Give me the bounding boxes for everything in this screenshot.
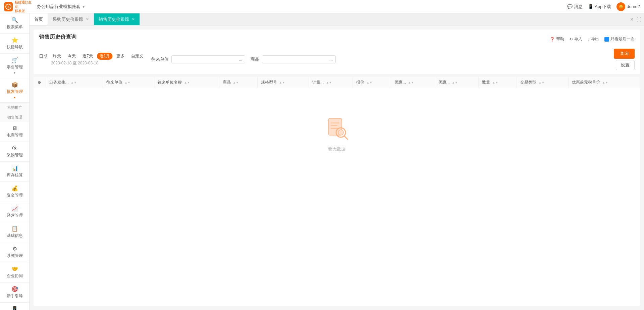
sidebar-item-newbie[interactable]: 🎯 新手引导 xyxy=(0,282,29,303)
top-bar: 6 畅捷通好生意 标准版 办公用品行业模拟账套 ▾ 💬 消息 📱 App下载 😊… xyxy=(0,0,644,13)
sidebar-item-ecommerce[interactable]: 🖥 电商管理 xyxy=(0,122,29,142)
sidebar-item-sales[interactable]: 销售管理 xyxy=(0,112,29,122)
table-wrap: ⚙ 业务发生... ▲▼ 往来单位 ▲▼ 往来单位名称 xyxy=(34,77,640,306)
empty-state: 暂无数据 xyxy=(34,88,640,179)
date-pill-7days[interactable]: 近7天 xyxy=(80,53,96,60)
col-spec[interactable]: 规格型号 ▲▼ xyxy=(257,77,309,88)
sort-quote: ▲▼ xyxy=(366,81,372,84)
svg-rect-3 xyxy=(331,122,339,123)
data-table: ⚙ 业务发生... ▲▼ 往来单位 ▲▼ 往来单位名称 xyxy=(34,77,640,88)
date-pill-1month[interactable]: 近1月 xyxy=(97,53,113,60)
tab-purchase-history[interactable]: 采购历史价跟踪 ✕ xyxy=(48,13,94,25)
import-icon: ↻ xyxy=(570,37,573,42)
filter-row: 日期 昨天 今天 近7天 近1月 更多 自定义 2023-02-18 至 202… xyxy=(39,49,635,70)
user-avatar-btn[interactable]: 😊 demo2 xyxy=(616,2,640,11)
sidebar-item-quicknav[interactable]: ⭐ 快捷导航 xyxy=(0,34,29,54)
sidebar-item-basic[interactable]: 📋 基础信息 xyxy=(0,222,29,242)
message-icon: 💬 xyxy=(567,4,573,9)
logo-text: 畅捷通好生意 标准版 xyxy=(15,0,34,13)
page-content: 销售历史价查询 ❓ 帮助 ↻ 导入 ↓ 导出 xyxy=(30,25,644,310)
purchase-tab-close[interactable]: ✕ xyxy=(86,17,89,21)
col-pretax-price[interactable]: 优惠前无税单价 ▲▼ xyxy=(568,77,640,88)
goods-filter-group: 商品 ... xyxy=(251,55,336,63)
col-unit-label: 计量... xyxy=(312,80,324,85)
tab-maximize-btn[interactable]: ⛶ xyxy=(637,17,641,22)
money-icon: 💰 xyxy=(11,185,18,192)
empty-text: 暂无数据 xyxy=(328,146,345,152)
action-buttons: 查询 设置 xyxy=(614,49,635,70)
settings-icon: ⚙ xyxy=(38,80,41,85)
message-btn[interactable]: 💬 消息 xyxy=(567,4,583,10)
sidebar-item-apps[interactable]: 📱 应用中心 xyxy=(0,303,29,310)
col-qty[interactable]: 数量 ▲▼ xyxy=(479,77,517,88)
app-download-btn[interactable]: 📱 App下载 xyxy=(588,4,611,10)
tab-home[interactable]: 首页 xyxy=(30,13,48,25)
export-btn[interactable]: ↓ 导出 xyxy=(588,36,599,42)
partner-label: 往来单位 xyxy=(151,56,169,62)
help-btn[interactable]: ❓ 帮助 xyxy=(550,36,564,42)
col-settings[interactable]: ⚙ xyxy=(34,77,46,88)
col-quote[interactable]: 报价 ▲▼ xyxy=(353,77,391,88)
col-discount1[interactable]: 优惠... ▲▼ xyxy=(391,77,435,88)
sales-tab-close[interactable]: ✕ xyxy=(132,17,135,21)
date-pill-custom[interactable]: 自定义 xyxy=(128,53,146,60)
workspace-title: 办公用品行业模拟账套 xyxy=(37,4,80,10)
goods-label: 商品 xyxy=(251,56,259,62)
sidebar-item-finance[interactable]: 💰 资金管理 xyxy=(0,182,29,202)
sidebar-item-system[interactable]: ⚙ 系统管理 xyxy=(0,242,29,262)
sidebar-item-retail[interactable]: 🛒 零售管理 ▼ xyxy=(0,54,29,78)
query-button[interactable]: 查询 xyxy=(614,49,635,59)
target-icon: 🎯 xyxy=(11,286,18,292)
retail-arrow: ▼ xyxy=(13,71,16,74)
partner-input[interactable]: ... xyxy=(171,55,245,63)
star-icon: ⭐ xyxy=(11,37,18,43)
col-discount2-label: 优惠... xyxy=(438,80,450,85)
goods-input[interactable]: ... xyxy=(262,55,336,63)
col-unit[interactable]: 计量... ▲▼ xyxy=(309,77,353,88)
col-qty-label: 数量 xyxy=(482,80,490,85)
main-layout: 🔍 搜索菜单 ⭐ 快捷导航 🛒 零售管理 ▼ 📦 批发管理 ▲ 营销推广 销售管… xyxy=(0,13,644,310)
handshake-icon: 🤝 xyxy=(11,266,18,272)
sidebar-item-marketing[interactable]: 营销推广 xyxy=(0,103,29,112)
settings-button[interactable]: 设置 xyxy=(616,60,635,70)
col-discount2[interactable]: 优惠... ▲▼ xyxy=(435,77,479,88)
col-goods[interactable]: 商品 ▲▼ xyxy=(219,77,257,88)
sidebar-item-operations[interactable]: 📈 经营管理 xyxy=(0,202,29,222)
col-trade-type[interactable]: 交易类型 ▲▼ xyxy=(517,77,569,88)
tab-spacer xyxy=(140,13,627,25)
sales-tab-label: 销售历史价跟踪 xyxy=(99,16,129,22)
col-biz-date-label: 业务发生... xyxy=(49,80,69,85)
svg-line-8 xyxy=(344,136,347,139)
sort-qty: ▲▼ xyxy=(492,81,498,84)
sidebar-item-search[interactable]: 🔍 搜索菜单 xyxy=(0,13,29,34)
col-partner-code[interactable]: 往来单位 ▲▼ xyxy=(103,77,154,88)
only-last-check[interactable]: 只看最后一次 xyxy=(604,36,635,42)
sort-discount2: ▲▼ xyxy=(452,81,458,84)
date-pill-more[interactable]: 更多 xyxy=(114,53,127,60)
tab-sales-history[interactable]: 销售历史价跟踪 ✕ xyxy=(94,13,140,25)
logo-area: 6 畅捷通好生意 标准版 xyxy=(4,0,34,13)
sidebar-item-inventory[interactable]: 📊 库存核算 xyxy=(0,162,29,182)
col-pretax-price-label: 优惠前无税单价 xyxy=(572,80,600,85)
sort-unit: ▲▼ xyxy=(326,81,332,84)
content-area: 首页 采购历史价跟踪 ✕ 销售历史价跟踪 ✕ ✕ ⛶ 销售历史价查询 xyxy=(30,13,644,310)
partner-filter-group: 往来单位 ... xyxy=(151,55,245,63)
export-icon: ↓ xyxy=(588,37,590,42)
col-biz-date[interactable]: 业务发生... ▲▼ xyxy=(46,77,103,88)
chart-icon: 📊 xyxy=(11,165,18,171)
import-btn[interactable]: ↻ 导入 xyxy=(570,36,582,42)
col-partner-name[interactable]: 往来单位名称 ▲▼ xyxy=(154,77,219,88)
tab-close-btn[interactable]: ✕ xyxy=(630,17,634,22)
avatar: 😊 xyxy=(616,2,625,11)
monitor-icon: 🖥 xyxy=(12,125,17,132)
sidebar-item-wholesale[interactable]: 📦 批发管理 ▲ xyxy=(0,78,29,103)
cart-icon: 🛒 xyxy=(11,57,18,63)
date-pill-yesterday[interactable]: 昨天 xyxy=(50,53,64,60)
sidebar-item-purchase[interactable]: 🛍 采购管理 xyxy=(0,142,29,162)
top-bar-right: 💬 消息 📱 App下载 😊 demo2 xyxy=(567,2,640,11)
col-partner-code-label: 往来单位 xyxy=(106,80,122,85)
sidebar-item-enterprise[interactable]: 🤝 企业协同 xyxy=(0,262,29,282)
date-range-text: 2023-02-18 至 2023-03-18 xyxy=(51,60,146,66)
doc-icon: 📋 xyxy=(11,225,18,232)
date-pill-today[interactable]: 今天 xyxy=(65,53,78,60)
